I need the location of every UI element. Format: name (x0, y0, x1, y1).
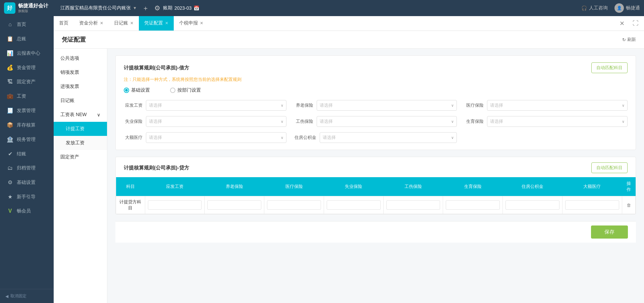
tab-journal[interactable]: 日记账 ✕ (109, 16, 139, 31)
sidebar-item-home[interactable]: ⌂ 首页 (0, 17, 54, 32)
input-work-injury[interactable] (386, 200, 440, 210)
select-medical-arrow: ∨ (622, 103, 625, 108)
tab-home[interactable]: 首页 (54, 16, 74, 31)
row-pension-input[interactable] (205, 196, 264, 214)
input-big-medical[interactable] (565, 200, 619, 210)
delete-icon[interactable]: 🗑 (627, 203, 631, 208)
settings-button[interactable]: ⚙ (154, 4, 160, 12)
input-housing[interactable] (505, 200, 559, 210)
col-medical: 医疗保险 (264, 177, 324, 196)
sidebar-item-ledger[interactable]: 📋 总账 (0, 32, 54, 46)
radio-basic-circle (124, 88, 129, 93)
col-housing: 住房公积金 (503, 177, 562, 196)
tab-close-button[interactable]: ✕ (617, 18, 627, 29)
label-maternity: 生育保险 (465, 118, 484, 124)
left-nav-salary-group[interactable]: 工资表 NEW ∨ (54, 108, 107, 122)
left-nav-journal[interactable]: 日记账 (54, 94, 107, 108)
select-maternity-placeholder: 请选择 (490, 118, 503, 124)
select-housing-fund[interactable]: 请选择 ∨ (320, 132, 457, 143)
input-medical[interactable] (267, 200, 321, 210)
row-maternity-input[interactable] (443, 196, 503, 214)
select-pension[interactable]: 请选择 ∨ (317, 100, 457, 111)
sidebar-item-member[interactable]: V 畅会员 (0, 204, 54, 218)
add-button[interactable]: ＋ (142, 4, 149, 13)
tab-journal-close[interactable]: ✕ (130, 21, 133, 26)
sidebar-item-guide[interactable]: ★ 新手引导 (0, 190, 54, 204)
radio-basic[interactable]: 基础设置 (124, 87, 150, 93)
row-big-medical-input[interactable] (562, 196, 622, 214)
sidebar-item-settings[interactable]: ⚙ 基础设置 (0, 175, 54, 190)
sidebar-item-close[interactable]: ✔ 结账 (0, 147, 54, 161)
left-nav-pay-salary[interactable]: 发放工资 (54, 136, 107, 150)
select-big-medical[interactable]: 请选择 ∨ (146, 132, 286, 143)
left-nav-public[interactable]: 公共选项 (54, 51, 107, 65)
left-nav-fixed[interactable]: 固定资产 (54, 150, 107, 164)
ai-consult[interactable]: 🎧 人工咨询 (581, 5, 608, 11)
top-bar-actions: ＋ ⚙ (142, 4, 160, 13)
radio-dept[interactable]: 按部门设置 (170, 87, 201, 93)
select-unemployment[interactable]: 请选择 ∨ (146, 116, 286, 127)
input-salary[interactable] (148, 200, 202, 210)
select-work-injury[interactable]: 请选择 ∨ (317, 116, 457, 127)
select-salary-placeholder: 请选择 (149, 102, 162, 108)
row-action[interactable]: 🗑 (622, 196, 635, 214)
row-salary-input[interactable] (145, 196, 205, 214)
auto-match-button-1[interactable]: 自动匹配科目 (591, 62, 628, 73)
sidebar-item-archive[interactable]: 🗂 归档管理 (0, 161, 54, 175)
sidebar-item-capital[interactable]: 💰 资金管理 (0, 60, 54, 75)
sidebar-label-close: 结账 (17, 151, 26, 157)
save-button[interactable]: 保存 (591, 225, 628, 239)
sidebar-label-fixed: 固定资产 (17, 79, 36, 85)
table-header-row: 科目 应发工资 养老保险 医疗保险 失业保险 工伤保险 生育保险 住房公积金 大… (116, 177, 636, 196)
auto-match-button-2[interactable]: 自动匹配科目 (591, 162, 628, 173)
row-housing-input[interactable] (503, 196, 562, 214)
tab-tax[interactable]: 个税申报 ✕ (174, 16, 209, 31)
sidebar-label-salary: 工资 (17, 93, 26, 99)
select-big-medical-placeholder: 请选择 (149, 135, 162, 141)
tab-capital[interactable]: 资金分析 ✕ (74, 16, 109, 31)
unpin-icon: ◀ (5, 294, 8, 299)
row-unemployment-input[interactable] (324, 196, 383, 214)
left-nav: 公共选项 销项发票 进项发票 日记账 工资表 NEW ∨ 计提工资 (54, 49, 107, 303)
label-unemployment: 失业保险 (124, 118, 143, 124)
sidebar-label-ledger: 总账 (17, 36, 26, 42)
sidebar-item-salary[interactable]: 💼 工资 (0, 89, 54, 103)
left-nav-calc-salary[interactable]: 计提工资 (54, 122, 107, 136)
input-maternity[interactable] (446, 200, 500, 210)
calendar-icon[interactable]: 📅 (194, 5, 199, 11)
select-salary[interactable]: 请选择 ∨ (146, 100, 286, 111)
select-maternity[interactable]: 请选择 ∨ (487, 116, 628, 127)
app-logo: 好 畅捷通好会计 旗舰版 (4, 2, 58, 14)
section2-header: 计提核算规则(公司承担)-贷方 自动匹配科目 (116, 157, 636, 177)
select-medical[interactable]: 请选择 ∨ (487, 100, 628, 111)
app-version: 旗舰版 (18, 9, 48, 13)
row-work-injury-input[interactable] (383, 196, 443, 214)
col-big-medical: 大额医疗 (562, 177, 622, 196)
refresh-button[interactable]: ↻ 刷新 (622, 37, 636, 43)
sidebar-item-invoice[interactable]: 🧾 发票管理 (0, 103, 54, 118)
tab-tax-close[interactable]: ✕ (200, 21, 203, 26)
tab-expand-button[interactable]: ⛶ (630, 18, 641, 28)
period-selector[interactable]: 账期 2023-03 📅 (163, 5, 199, 11)
input-unemployment[interactable] (327, 200, 381, 210)
username: 畅捷通 (626, 5, 640, 11)
sidebar-item-inventory[interactable]: 📦 库存核算 (0, 118, 54, 132)
sidebar-item-reports[interactable]: 📊 云报表中心 (0, 46, 54, 60)
invoice-icon: 🧾 (7, 107, 13, 114)
radio-dept-label: 按部门设置 (177, 87, 201, 93)
unpin-button[interactable]: ◀ 取消固定 (0, 289, 54, 303)
user-profile[interactable]: 👤 畅捷通 (614, 3, 640, 13)
tab-voucher[interactable]: 凭证配置 ✕ (139, 16, 174, 31)
section1-note: 注：只能选择一种方式，系统将按照您当前的选择来配置规则 (124, 77, 628, 83)
left-nav-sales[interactable]: 销项发票 (54, 65, 107, 80)
left-nav-purchase[interactable]: 进项发票 (54, 80, 107, 94)
tab-capital-close[interactable]: ✕ (100, 21, 103, 26)
row-medical-input[interactable] (264, 196, 324, 214)
tab-voucher-close[interactable]: ✕ (165, 21, 168, 26)
company-selector[interactable]: 江西服宝精品有限责任公司内账张 ▼ (60, 5, 137, 11)
sidebar-item-tax[interactable]: 🏦 税务管理 (0, 132, 54, 147)
field-maternity: 生育保险 请选择 ∨ (465, 116, 628, 127)
input-pension[interactable] (207, 200, 261, 210)
headset-icon: 🎧 (581, 5, 587, 11)
sidebar-item-fixed[interactable]: 🏗 固定资产 (0, 75, 54, 89)
